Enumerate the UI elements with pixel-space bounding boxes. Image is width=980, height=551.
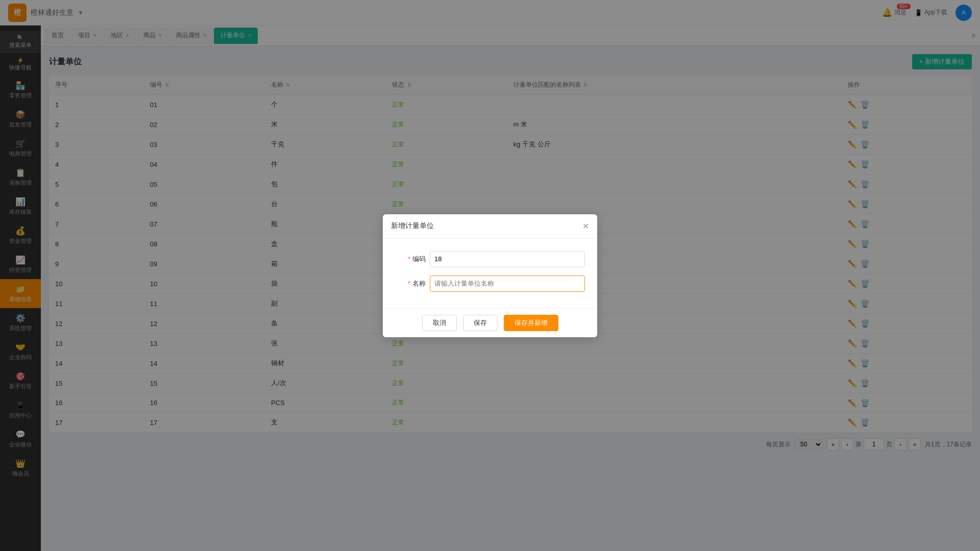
- form-row-name: 名称: [395, 276, 585, 292]
- modal-overlay[interactable]: 新增计量单位 ✕ 编码 名称 取消 保存 保存并新增: [0, 0, 980, 551]
- name-input[interactable]: [430, 276, 585, 292]
- save-button[interactable]: 保存: [463, 315, 498, 331]
- code-input[interactable]: [430, 251, 585, 267]
- modal-header: 新增计量单位 ✕: [383, 214, 597, 239]
- save-and-new-button[interactable]: 保存并新增: [504, 315, 558, 331]
- modal-title: 新增计量单位: [391, 221, 434, 231]
- form-row-code: 编码: [395, 251, 585, 267]
- modal-body: 编码 名称: [383, 239, 597, 308]
- modal-close-button[interactable]: ✕: [582, 221, 589, 231]
- add-measurement-modal: 新增计量单位 ✕ 编码 名称 取消 保存 保存并新增: [383, 214, 597, 337]
- cancel-button[interactable]: 取消: [422, 315, 457, 331]
- code-label: 编码: [395, 255, 426, 264]
- modal-footer: 取消 保存 保存并新增: [383, 308, 597, 337]
- name-label: 名称: [395, 279, 426, 288]
